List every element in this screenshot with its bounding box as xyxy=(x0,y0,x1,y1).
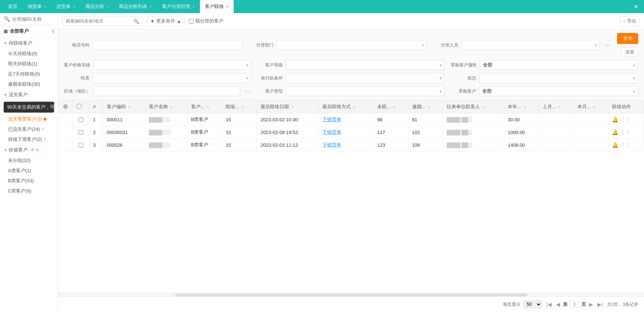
select-all-checkbox[interactable] xyxy=(77,104,81,109)
cell-last-contact-method[interactable]: 下销货单 xyxy=(319,139,374,151)
close-sales-tab[interactable]: × xyxy=(44,4,46,9)
first-page-button[interactable]: |◀ xyxy=(545,301,553,308)
row-checkbox[interactable] xyxy=(79,143,83,147)
settings-button[interactable]: 设置 xyxy=(621,47,638,57)
sidebar-item-class-c[interactable]: C类客户(6) xyxy=(0,186,58,196)
col-this-year[interactable]: 本年... ⇅ xyxy=(504,100,539,113)
action-more-icon[interactable]: ⋮⋮ xyxy=(620,142,631,148)
customer-price-tier-select[interactable]: ▾ xyxy=(93,60,251,70)
action-contact-icon[interactable]: 🔔 xyxy=(612,117,618,122)
close-goods-analysis-tab[interactable]: × xyxy=(106,4,109,9)
tab-sales[interactable]: 销货单 × xyxy=(23,0,51,13)
action-contact-icon[interactable]: 🔔 xyxy=(612,129,618,135)
status-select[interactable]: ▾ xyxy=(479,73,638,83)
contact-method-link[interactable]: 下销货单 xyxy=(322,142,341,147)
churn-header[interactable]: ▼ 流失客户 xyxy=(0,89,58,100)
phone-input[interactable] xyxy=(92,40,242,50)
close-customer-contact-tab[interactable]: × xyxy=(226,4,228,9)
more-conditions-button[interactable]: ▼ 更多条件 ▲ xyxy=(147,16,185,26)
sidebar-item-tomorrow-pending[interactable]: 明天待联络(1) xyxy=(0,59,58,69)
sidebar-item-class-a[interactable]: A类客户(1) xyxy=(0,166,58,176)
sidebar-item-declining[interactable]: 持续下滑客户(2) ? xyxy=(0,134,58,145)
col-last-contact-method[interactable]: 最后联络方式 ⇅ xyxy=(319,100,374,113)
retail-customer-select[interactable]: 全部 ▾ xyxy=(479,86,638,96)
horizontal-scrollbar[interactable] xyxy=(58,293,644,296)
customer-type-select[interactable]: ▾ xyxy=(286,86,445,96)
prev-page-button[interactable]: ◀ xyxy=(555,301,562,308)
table-settings-gear[interactable]: ⚙ xyxy=(63,104,68,110)
action-contact-icon[interactable]: 🔔 xyxy=(612,142,618,148)
sidebar-search-input[interactable] xyxy=(12,16,58,22)
payment-terms-select[interactable]: ▾ xyxy=(286,73,445,83)
valued-edit-icon[interactable]: ✎ xyxy=(36,148,39,153)
tab-goods-analysis[interactable]: 商品分析 × xyxy=(80,0,114,13)
cell-checkbox[interactable] xyxy=(73,126,89,139)
col-this-month[interactable]: 本月... ⇅ xyxy=(573,100,608,113)
action-more-icon[interactable]: ⋮⋮ xyxy=(620,117,631,122)
sidebar-item-week-pending[interactable]: 近7天待联络(0) xyxy=(0,69,58,79)
col-uncontacted[interactable]: 未联... ⇅ xyxy=(373,100,408,113)
division-person-select[interactable]: ▾ xyxy=(461,40,600,50)
col-customer-type[interactable]: 客户... ⇅ xyxy=(187,100,222,113)
close-all-tabs-button[interactable]: ✕ xyxy=(631,3,641,10)
sidebar-item-class-b[interactable]: B类客户(33) xyxy=(0,176,58,186)
cell-unit-contact: ████ ██... xyxy=(443,139,504,151)
page-size-select[interactable]: 20 50 100 xyxy=(523,300,542,308)
col-overdue[interactable]: 逾期... ⇅ xyxy=(408,100,443,113)
scrollbar-track[interactable] xyxy=(175,293,527,296)
sidebar-item-today-pending[interactable]: 今天待联络(0) xyxy=(0,49,58,59)
filter-search-icon[interactable]: 🔍 xyxy=(133,19,139,24)
row-checkbox[interactable] xyxy=(79,117,83,122)
page-number-input[interactable] xyxy=(569,301,580,308)
sidebar-item-overdue-pending[interactable]: 逾期未联络(30) xyxy=(0,79,58,89)
filter-search-input[interactable] xyxy=(66,19,131,24)
sidebar-item-ungrouped[interactable]: 未分组(32) xyxy=(0,155,58,166)
col-last-contact-date[interactable]: 最后联络日期 ⇅ xyxy=(257,100,318,113)
cell-checkbox[interactable] xyxy=(73,113,89,126)
all-customers-header[interactable]: ⊞ 全部客户 《 xyxy=(0,25,58,38)
division-dept-select[interactable]: ▾ xyxy=(277,40,427,50)
region-label: 区域（地区） xyxy=(64,88,90,94)
contact-method-link[interactable]: 下销货单 xyxy=(322,117,341,122)
contact-method-link[interactable]: 下销货单 xyxy=(322,129,341,135)
tab-home[interactable]: 首页 xyxy=(3,0,23,13)
tab-customer-tier[interactable]: 客户分层经营 × xyxy=(157,0,200,13)
retail-attr-select[interactable]: 全部 ▾ xyxy=(480,60,638,70)
my-customers-checkbox[interactable] xyxy=(189,19,194,24)
cell-checkbox[interactable] xyxy=(73,139,89,151)
col-unit-contact[interactable]: 往来单位联系人 ⇅ xyxy=(443,100,504,113)
tab-purchase[interactable]: 进货单 × xyxy=(51,0,80,13)
my-customers-checkbox-container[interactable]: 我分管的客户 xyxy=(189,18,224,24)
customer-tier-select[interactable]: ▾ xyxy=(286,60,445,70)
col-customer-name[interactable]: 客户名称 ⇅ xyxy=(145,100,187,113)
region-select[interactable] xyxy=(93,86,240,96)
sidebar-item-churn-warning[interactable]: 流失预警客户(3) xyxy=(0,114,58,124)
query-button[interactable]: 查询 xyxy=(617,33,638,44)
close-goods-analysis-list-tab[interactable]: × xyxy=(149,4,152,9)
sidebar-item-already-churn[interactable]: 已流失客户(24) ? xyxy=(0,124,58,134)
col-settings[interactable]: ⚙ xyxy=(58,100,73,113)
col-checkbox[interactable] xyxy=(73,100,89,113)
gender-select[interactable]: ▾ xyxy=(92,73,251,83)
valued-refresh-icon[interactable]: ↺ xyxy=(31,148,34,153)
last-page-button[interactable]: ▶| xyxy=(596,301,604,308)
row-checkbox[interactable] xyxy=(79,130,83,135)
cell-last-contact-method[interactable]: 下销货单 xyxy=(319,113,374,126)
col-contact[interactable]: 联络... ⇅ xyxy=(222,100,257,113)
action-more-icon[interactable]: ⋮⋮ xyxy=(620,129,631,135)
col-customer-code[interactable]: 客户编码 ⇅ xyxy=(103,100,145,113)
division-person-more[interactable]: ··· xyxy=(603,41,611,49)
col-last-month[interactable]: 上月... ⇅ xyxy=(539,100,573,113)
export-button[interactable]: ↑ 导出 xyxy=(620,16,640,26)
tab-customer-contact[interactable]: 客户联络 × xyxy=(200,0,233,13)
valued-header[interactable]: ▼ 价值客户 ↺ ✎ xyxy=(0,145,58,155)
region-more[interactable]: ··· xyxy=(243,88,251,95)
next-page-button[interactable]: ▶ xyxy=(588,301,595,308)
filter-search-box[interactable]: 🔍 xyxy=(63,17,142,26)
tab-goods-analysis-list[interactable]: 商品分析列表 × xyxy=(114,0,157,13)
close-purchase-tab[interactable]: × xyxy=(73,4,75,9)
cell-last-contact-method[interactable]: 下销货单 xyxy=(319,126,374,139)
sidebar-search-box[interactable]: 🔍 xyxy=(0,13,58,25)
close-customer-tier-tab[interactable]: × xyxy=(193,4,195,9)
pending-contact-header[interactable]: ▼ 待联络客户 xyxy=(0,38,58,49)
